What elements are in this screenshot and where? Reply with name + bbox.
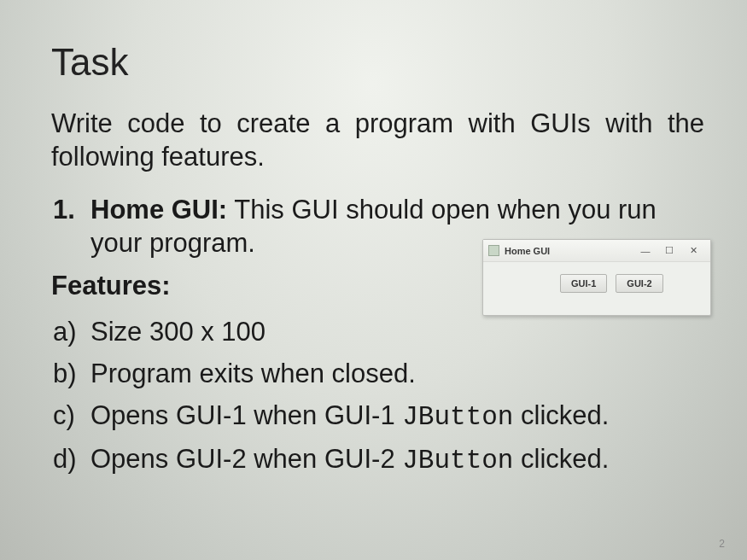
list-number: 1. (51, 193, 90, 260)
feature-d: d) Opens GUI-2 when GUI-2 JButton clicke… (51, 440, 704, 481)
window-controls: — ☐ ✕ (633, 243, 705, 259)
gui-2-button[interactable]: GUI-2 (616, 274, 662, 293)
feature-pre: Opens GUI-2 when GUI-2 (90, 444, 402, 474)
feature-letter: b) (51, 355, 90, 394)
close-button[interactable]: ✕ (681, 243, 705, 259)
feature-text: Size 300 x 100 (90, 313, 266, 352)
window-title: Home GUI (505, 246, 633, 256)
minimize-button[interactable]: — (633, 243, 657, 259)
code-jbutton: JButton (402, 446, 513, 475)
feature-text: Program exits when closed. (90, 355, 416, 394)
feature-c: c) Opens GUI-1 when GUI-1 JButton clicke… (51, 397, 704, 437)
feature-letter: c) (51, 397, 90, 437)
feature-post: clicked. (513, 400, 609, 430)
feature-text: Opens GUI-2 when GUI-2 JButton clicked. (90, 440, 609, 481)
home-gui-window: Home GUI — ☐ ✕ GUI-1 GUI-2 (482, 239, 711, 316)
home-gui-label: Home GUI: (90, 195, 227, 225)
java-icon (488, 245, 499, 256)
feature-post: clicked. (513, 444, 609, 474)
feature-letter: a) (51, 313, 90, 352)
code-jbutton: JButton (402, 402, 513, 432)
gui-1-button[interactable]: GUI-1 (560, 274, 607, 293)
feature-letter: d) (51, 440, 90, 481)
feature-a: a) Size 300 x 100 (51, 313, 704, 352)
maximize-button[interactable]: ☐ (657, 243, 681, 259)
intro-paragraph: Write code to create a program with GUIs… (51, 108, 704, 174)
page-number: 2 (719, 538, 725, 550)
window-body: GUI-1 GUI-2 (483, 262, 710, 293)
feature-pre: Opens GUI-1 when GUI-1 (90, 400, 402, 430)
feature-text: Opens GUI-1 when GUI-1 JButton clicked. (90, 397, 609, 437)
task-title: Task (51, 41, 704, 84)
feature-b: b) Program exits when closed. (51, 355, 704, 394)
window-titlebar: Home GUI — ☐ ✕ (483, 240, 710, 262)
features-list: a) Size 300 x 100 b) Program exits when … (51, 313, 704, 481)
